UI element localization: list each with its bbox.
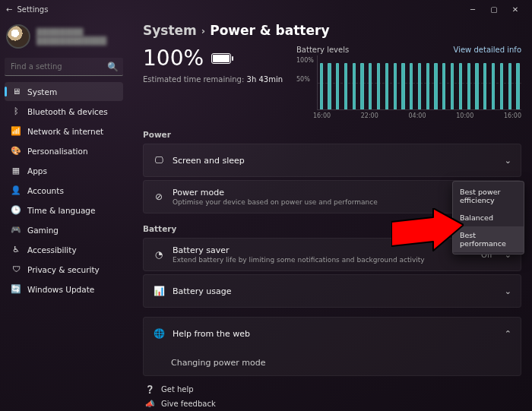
chart-bar [467,63,470,109]
row-title: Help from the web [173,329,497,339]
battery-summary: 100% Estimated time remaining: 3h 43min [143,46,283,119]
globe-icon: 🌐 [153,328,165,339]
back-icon[interactable]: ← [6,5,12,14]
window-title: Settings [17,5,48,14]
profile-block[interactable]: ████████ ████████████ [5,21,123,55]
help-link-changing-power-mode[interactable]: Changing power mode [144,349,521,375]
row-title: Screen and sleep [173,156,497,166]
row-subtitle: Extend battery life by limiting some not… [173,256,473,264]
system-icon: 🖥 [11,87,21,96]
profile-email: ████████████ [36,36,106,45]
option-best-efficiency[interactable]: Best power efficiency [453,183,524,209]
maximize-button[interactable]: ▢ [483,2,505,17]
chart-bar [369,63,372,109]
get-help-link[interactable]: ❔ Get help [143,382,521,397]
power-mode-dropdown[interactable]: Best power efficiency Balanced Best perf… [452,181,524,255]
breadcrumb: System › Power & battery [143,23,521,38]
x-label: 10:00 [456,112,473,119]
sidebar-item-bluetooth[interactable]: ᛒBluetooth & devices [5,102,123,121]
sidebar: ████████ ████████████ 🔍 🖥System ᛒBluetoo… [0,18,128,411]
sidebar-item-apps[interactable]: ▦Apps [5,161,123,180]
sidebar-item-personalisation[interactable]: 🎨Personalisation [5,141,123,160]
sidebar-item-label: Personalisation [27,147,88,156]
row-title: Battery saver [173,245,473,255]
sidebar-item-label: Privacy & security [27,265,100,274]
x-label: 04:00 [408,112,426,119]
sidebar-item-accounts[interactable]: 👤Accounts [5,181,123,200]
sidebar-item-update[interactable]: 🔄Windows Update [5,280,123,299]
sidebar-item-label: Accounts [27,186,64,195]
chart-bar [394,63,397,109]
wifi-icon: 📶 [11,126,21,136]
row-battery-usage[interactable]: 📊 Battery usage ⌄ [144,275,521,307]
apps-icon: ▦ [11,166,21,175]
chart-icon: 📊 [153,286,165,296]
chart-bar [459,63,462,109]
y-label: 100% [296,57,314,64]
sidebar-item-gaming[interactable]: 🎮Gaming [5,220,123,239]
chart-bar [320,63,323,109]
clock-icon: 🕒 [11,205,21,215]
battery-percent: 100% [143,46,204,71]
chart-bar [418,63,421,109]
breadcrumb-root[interactable]: System [143,23,197,38]
chart-bar [410,63,413,109]
give-feedback-link[interactable]: 📣 Give feedback [143,397,521,411]
sidebar-item-label: System [27,87,57,96]
screen-icon: 🖵 [153,155,165,166]
chart-bar [451,63,454,109]
row-help-web[interactable]: 🌐 Help from the web ⌃ [144,318,521,349]
page-title: Power & battery [210,23,329,38]
sidebar-item-label: Windows Update [27,285,94,294]
section-header-power: Power [143,130,521,139]
y-label: 50% [296,76,314,83]
search-box[interactable]: 🔍 [5,58,123,76]
chart-bar [353,63,356,109]
row-title: Battery usage [173,286,497,296]
search-input[interactable] [5,58,123,76]
chart-title: Battery levels [296,46,349,54]
chart-bar [336,63,339,109]
sidebar-item-label: Network & internet [27,127,103,136]
sidebar-item-network[interactable]: 📶Network & internet [5,122,123,141]
battery-chart: Battery levels View detailed info 100% 5… [296,46,521,119]
shield-icon: 🛡 [11,264,21,274]
content-pane: System › Power & battery 100% Estimated … [128,18,532,411]
feedback-icon: 📣 [144,400,155,408]
minimize-button[interactable]: ─ [462,2,483,17]
chart-plot [317,55,521,110]
avatar [6,24,30,49]
chart-bar [401,63,404,109]
chart-bar [475,63,478,109]
sidebar-item-label: Time & language [27,206,95,215]
sidebar-item-accessibility[interactable]: ♿Accessibility [5,240,123,259]
chart-bar [328,63,331,109]
row-screen-sleep[interactable]: 🖵 Screen and sleep ⌄ [144,144,521,176]
brush-icon: 🎨 [11,146,21,156]
estimated-label: Estimated time remaining: [143,75,244,84]
leaf-icon: ◔ [153,249,165,260]
sidebar-item-privacy[interactable]: 🛡Privacy & security [5,260,123,279]
update-icon: 🔄 [11,284,21,294]
chart-bar [516,63,519,109]
sidebar-item-label: Bluetooth & devices [27,107,108,116]
footer-link-label: Get help [161,385,194,394]
option-balanced[interactable]: Balanced [453,209,524,226]
person-icon: 👤 [11,185,21,195]
close-button[interactable]: ✕ [505,2,526,17]
chart-bar [377,63,380,109]
view-detailed-link[interactable]: View detailed info [454,46,521,54]
titlebar: ← Settings ─ ▢ ✕ [0,0,532,18]
sidebar-item-label: Gaming [27,226,59,235]
sidebar-item-label: Accessibility [27,245,77,255]
chevron-down-icon: ⌄ [505,286,511,296]
chevron-down-icon: ⌄ [505,156,511,166]
help-link-label: Changing power mode [171,358,511,368]
sidebar-item-time[interactable]: 🕒Time & language [5,201,123,220]
chart-bar [508,63,511,109]
profile-name: ████████ [36,28,106,36]
chart-bar [434,63,437,109]
option-best-performance[interactable]: Best performance [453,226,524,252]
chart-bar [385,63,388,109]
sidebar-item-system[interactable]: 🖥System [5,82,123,101]
